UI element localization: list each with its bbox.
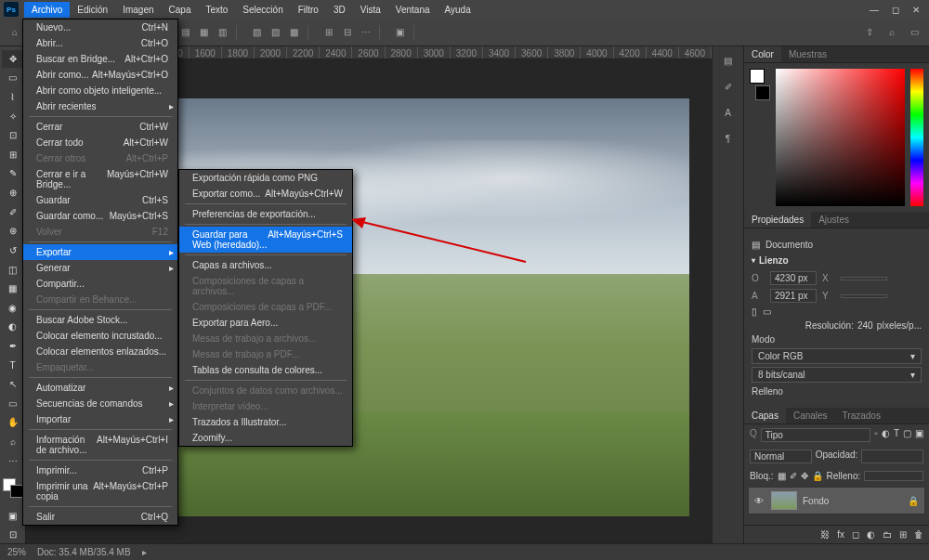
char-panel-icon[interactable]: A <box>720 104 737 121</box>
menu-vista[interactable]: Vista <box>353 2 388 18</box>
orient-landscape-icon[interactable]: ▭ <box>763 306 771 317</box>
menu-item[interactable]: Abrir recientes▸ <box>23 98 177 114</box>
brush-tool[interactable]: ✐ <box>2 203 24 221</box>
menu-ventana[interactable]: Ventana <box>388 2 438 18</box>
lock-trans-icon[interactable]: ▦ <box>778 471 786 481</box>
menu-selección[interactable]: Selección <box>235 2 290 18</box>
menu-item[interactable]: SalirCtrl+Q <box>23 509 177 525</box>
align-right-icon[interactable]: ▥ <box>216 25 230 40</box>
share-icon[interactable]: ⇪ <box>862 25 877 40</box>
canvas-section[interactable]: Lienzo <box>752 255 922 266</box>
menu-item[interactable]: Exportar para Aero... <box>179 315 352 331</box>
menu-item[interactable]: Nuevo...Ctrl+N <box>23 20 177 35</box>
search-icon[interactable]: ⌕ <box>884 25 899 40</box>
maximize-icon[interactable]: ◻ <box>892 5 899 15</box>
home-icon[interactable]: ⌂ <box>7 25 22 40</box>
x-field[interactable] <box>841 277 887 280</box>
lock-paint-icon[interactable]: ✐ <box>790 471 797 481</box>
fx-icon[interactable]: fx <box>837 529 844 540</box>
tab-swatches[interactable]: Muestras <box>781 46 834 62</box>
group-icon[interactable]: 🗀 <box>883 529 892 540</box>
minimize-icon[interactable]: — <box>870 5 879 15</box>
menu-item[interactable]: Abrir como objeto inteligente... <box>23 83 177 98</box>
more-icon[interactable]: ⋯ <box>359 25 373 40</box>
history-brush-tool[interactable]: ↺ <box>2 241 24 259</box>
menu-capa[interactable]: Capa <box>162 2 199 18</box>
new-layer-icon[interactable]: ⊞ <box>899 529 907 540</box>
close-icon[interactable]: ✕ <box>912 5 920 15</box>
orient-portrait-icon[interactable]: ▯ <box>752 306 757 317</box>
workspace-icon[interactable]: ▭ <box>907 25 922 40</box>
res-value[interactable]: 240 <box>857 320 873 331</box>
dodge-tool[interactable]: ◐ <box>2 319 24 336</box>
marquee-tool[interactable]: ▭ <box>2 70 24 87</box>
menu-item[interactable]: Tablas de consulta de colores... <box>179 362 352 378</box>
align-center-h-icon[interactable]: ▦ <box>197 25 212 40</box>
hand-tool[interactable]: ✋ <box>2 414 24 432</box>
3d-mode-icon[interactable]: ▣ <box>393 25 408 40</box>
width-field[interactable]: 4230 px <box>770 271 817 285</box>
menu-imagen[interactable]: Imagen <box>115 2 161 18</box>
mode-dropdown[interactable]: Color RGB▾ <box>752 348 922 364</box>
crop-tool[interactable]: ⊡ <box>2 126 24 144</box>
brush-panel-icon[interactable]: ✐ <box>720 78 737 95</box>
tab-layers[interactable]: Capas <box>744 408 786 423</box>
stamp-tool[interactable]: ⊛ <box>2 222 24 240</box>
visibility-icon[interactable]: 👁 <box>754 496 765 506</box>
menu-item[interactable]: Exportar como...Alt+Mayús+Ctrl+W <box>179 186 352 202</box>
filter-adjust-icon[interactable]: ◐ <box>882 428 890 442</box>
shape-tool[interactable]: ▭ <box>2 395 24 412</box>
move-tool[interactable]: ✥ <box>2 50 24 68</box>
align-left-icon[interactable]: ▤ <box>178 25 193 40</box>
menu-item[interactable]: Abrir como...Alt+Mayús+Ctrl+O <box>23 67 177 83</box>
layer-thumbnail[interactable] <box>771 491 797 510</box>
menu-item[interactable]: Capas a archivos... <box>179 257 352 273</box>
menu-item[interactable]: Compartir... <box>23 276 177 292</box>
layer-row[interactable]: 👁 Fondo 🔒 <box>748 487 925 514</box>
menu-item[interactable]: Guardar para Web (heredado)...Alt+Mayús+… <box>179 227 352 253</box>
quickmask-tool[interactable]: ▣ <box>2 507 24 525</box>
menu-item[interactable]: Automatizar▸ <box>23 380 177 396</box>
menu-item[interactable]: Colocar elemento incrustado... <box>23 328 177 344</box>
tab-properties[interactable]: Propiedades <box>744 212 811 228</box>
filter-smart-icon[interactable]: ▣ <box>915 428 923 442</box>
lock-pos-icon[interactable]: ✥ <box>801 471 808 481</box>
menu-3d[interactable]: 3D <box>326 2 353 18</box>
menu-ayuda[interactable]: Ayuda <box>438 2 478 18</box>
doc-size[interactable]: Doc: 35.4 MB/35.4 MB <box>37 547 131 557</box>
filter-pixel-icon[interactable]: ▫ <box>874 428 878 442</box>
link-layers-icon[interactable]: ⛓ <box>820 529 830 540</box>
pen-tool[interactable]: ✒ <box>2 337 24 355</box>
menu-item[interactable]: Imprimir...Ctrl+P <box>23 462 177 478</box>
menu-item[interactable]: Información de archivo...Alt+Mayús+Ctrl+… <box>23 432 177 458</box>
lasso-tool[interactable]: ⌇ <box>2 88 24 106</box>
path-tool[interactable]: ↖ <box>2 375 24 393</box>
history-panel-icon[interactable]: ▤ <box>720 52 737 69</box>
height-field[interactable]: 2921 px <box>770 289 817 303</box>
eraser-tool[interactable]: ◫ <box>2 261 24 279</box>
wand-tool[interactable]: ✧ <box>2 108 24 125</box>
mask-icon[interactable]: ◻ <box>852 529 859 540</box>
zoom-level[interactable]: 25% <box>7 547 26 557</box>
adjustment-icon[interactable]: ◐ <box>867 529 875 540</box>
menu-item[interactable]: Trazados a Illustrator... <box>179 414 352 430</box>
menu-item[interactable]: Importar▸ <box>23 411 177 427</box>
delete-layer-icon[interactable]: 🗑 <box>914 529 923 540</box>
type-tool[interactable]: T <box>2 357 24 374</box>
distribute-v-icon[interactable]: ⊟ <box>340 25 355 40</box>
menu-item[interactable]: Generar▸ <box>23 260 177 276</box>
color-swatches[interactable] <box>3 478 23 497</box>
menu-archivo[interactable]: Archivo <box>24 2 70 18</box>
menu-filtro[interactable]: Filtro <box>291 2 326 18</box>
fg-bg-swatch[interactable] <box>750 69 770 100</box>
heal-tool[interactable]: ⊕ <box>2 184 24 202</box>
align-top-icon[interactable]: ▧ <box>250 25 265 40</box>
align-bottom-icon[interactable]: ▩ <box>287 25 302 40</box>
menu-item[interactable]: Buscar Adobe Stock... <box>23 312 177 328</box>
align-middle-icon[interactable]: ▨ <box>268 25 283 40</box>
tab-paths[interactable]: Trazados <box>835 408 888 423</box>
frame-tool[interactable]: ⊞ <box>2 146 24 163</box>
blur-tool[interactable]: ◉ <box>2 299 24 317</box>
edit-toolbar[interactable]: ⋯ <box>2 452 24 470</box>
menu-item[interactable]: CerrarCtrl+W <box>23 119 177 135</box>
